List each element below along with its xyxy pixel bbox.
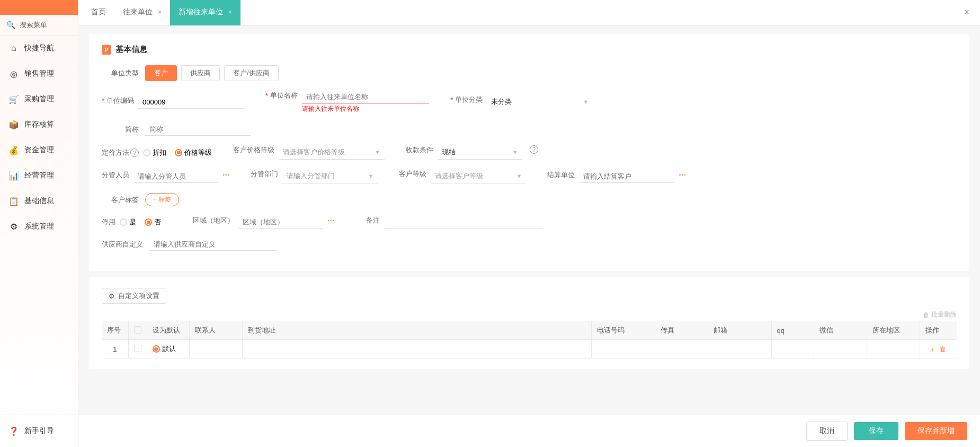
- unit-type-group: 客户 供应商 客户/供应商: [145, 65, 279, 81]
- col-contact: 联系人: [189, 321, 242, 340]
- region-ellipsis[interactable]: ···: [327, 216, 334, 225]
- pricing-radio-group: 折扣 价格等级: [143, 148, 212, 157]
- cell-phone[interactable]: [591, 340, 655, 358]
- system-icon: ⚙: [8, 221, 19, 232]
- remark-input[interactable]: [384, 216, 543, 229]
- cell-contact[interactable]: [189, 340, 242, 358]
- manager-input[interactable]: [133, 170, 218, 183]
- department-select[interactable]: 请输入分管部门 ▼: [282, 169, 378, 183]
- gear-icon: ⚙: [109, 292, 115, 300]
- sidebar-item-sales[interactable]: ◎ 销售管理: [0, 61, 78, 86]
- col-qq: qq: [771, 321, 814, 340]
- tab-new-partner[interactable]: 新增往来单位 ×: [170, 0, 240, 25]
- region-input[interactable]: [238, 216, 323, 229]
- payment-select[interactable]: 现结 ▼: [438, 145, 522, 160]
- manager-ellipsis[interactable]: ···: [222, 170, 229, 180]
- row-add-btn[interactable]: +: [930, 345, 934, 353]
- customize-btn[interactable]: ⚙ 自定义项设置: [102, 288, 166, 304]
- disabled-no[interactable]: 否: [145, 217, 161, 227]
- disabled-no-label: 否: [154, 217, 161, 227]
- cell-wechat[interactable]: [814, 340, 867, 358]
- chevron-down-icon3: ▼: [512, 149, 518, 155]
- customize-btn-label: 自定义项设置: [118, 291, 159, 301]
- settlement-ellipsis[interactable]: ···: [679, 170, 685, 180]
- radio-no-circle: [145, 218, 152, 226]
- settlement-field: 结算单位 ···: [547, 170, 685, 183]
- batch-delete-area: 🗑 批量删除: [102, 310, 957, 319]
- unit-category-select[interactable]: 未分类 ▼: [487, 95, 593, 109]
- tab-home[interactable]: 首页: [83, 0, 114, 25]
- payment-help-icon[interactable]: ?: [530, 145, 538, 154]
- disabled-yes[interactable]: 是: [120, 217, 136, 227]
- table-header-checkbox[interactable]: [134, 326, 141, 334]
- default-radio[interactable]: 默认: [153, 344, 184, 354]
- sidebar-item-finance[interactable]: 💰 资金管理: [0, 137, 78, 163]
- window-close-button[interactable]: ×: [957, 7, 976, 18]
- tab-new-partner-close[interactable]: ×: [228, 8, 232, 16]
- unit-category-field: * 单位分类 未分类 ▼: [450, 95, 593, 109]
- search-icon: 🔍: [6, 21, 15, 29]
- pricing-label: 定价方法 ?: [102, 148, 139, 157]
- pricing-discount[interactable]: 折扣: [143, 148, 166, 157]
- customer-level-select[interactable]: 请选择客户等级 ▼: [431, 169, 526, 183]
- customer-price-select[interactable]: 请选择客户价格等级 ▼: [279, 145, 385, 160]
- col-wechat: 微信: [814, 321, 867, 340]
- sidebar-item-newbie[interactable]: ❓ 新手引导: [0, 420, 78, 442]
- cell-fax[interactable]: [655, 340, 708, 358]
- unit-btn-both[interactable]: 客户/供应商: [224, 65, 279, 81]
- unit-code-input[interactable]: [138, 96, 244, 109]
- unit-name-input[interactable]: [302, 91, 429, 103]
- sidebar-search[interactable]: 🔍 搜索菜单: [0, 15, 78, 36]
- save-new-button[interactable]: 保存并新增: [905, 422, 967, 440]
- disabled-label: 停用: [102, 217, 115, 227]
- sidebar-item-operations[interactable]: 📊 经营管理: [0, 163, 78, 188]
- batch-delete-label[interactable]: 批量删除: [931, 310, 957, 319]
- sidebar-item-purchase[interactable]: 🛒 采购管理: [0, 86, 78, 112]
- sidebar-bottom: ❓ 新手引导: [0, 415, 78, 447]
- unit-btn-supplier[interactable]: 供应商: [181, 65, 220, 81]
- pricing-help-icon[interactable]: ?: [130, 148, 139, 157]
- pricing-discount-label: 折扣: [153, 148, 166, 157]
- customer-price-field: 客户价格等级 请选择客户价格等级 ▼: [233, 145, 385, 160]
- sidebar-item-inventory[interactable]: 📦 库存核算: [0, 112, 78, 137]
- customer-price-label: 客户价格等级: [233, 145, 274, 155]
- cell-area[interactable]: [867, 340, 920, 358]
- tab-home-label: 首页: [91, 7, 106, 17]
- supplier-custom-label: 供应商自定义: [102, 240, 143, 249]
- pricing-row: 定价方法 ? 折扣 价格等级 客户: [102, 145, 957, 160]
- col-fax: 传真: [655, 321, 708, 340]
- row-checkbox[interactable]: [134, 345, 141, 352]
- save-button[interactable]: 保存: [854, 422, 898, 440]
- settlement-input[interactable]: [579, 170, 674, 183]
- manager-row: 分管人员 ··· 分管部门 请输入分管部门 ▼ 客户等级 请选择客户等级 ▼: [102, 169, 957, 183]
- add-tag-button[interactable]: + 标签: [145, 193, 179, 206]
- col-seq: 序号: [102, 321, 128, 340]
- cell-address[interactable]: [242, 340, 591, 358]
- unit-btn-customer[interactable]: 客户: [145, 65, 177, 81]
- unit-category-label: * 单位分类: [450, 95, 483, 104]
- sidebar-item-quick-nav[interactable]: ⌂ 快捷导航: [0, 36, 78, 61]
- customer-level-field: 客户等级 请选择客户等级 ▼: [399, 169, 526, 183]
- pricing-price-level[interactable]: 价格等级: [175, 148, 212, 157]
- cell-qq[interactable]: [771, 340, 814, 358]
- region-field: 区域（地区） ···: [193, 216, 334, 229]
- payment-field: 收款条件 现结 ▼ ?: [406, 145, 538, 160]
- table-section: ⚙ 自定义项设置 🗑 批量删除 序号 设为默认 联系人 到货地址: [89, 277, 969, 369]
- cell-default: 默认: [147, 340, 189, 358]
- operations-icon: 📊: [8, 170, 19, 181]
- sidebar-item-label: 快捷导航: [24, 43, 54, 53]
- supplier-custom-input[interactable]: [149, 238, 277, 251]
- delete-icon: 🗑: [923, 311, 929, 319]
- sidebar-top-bar: [0, 0, 78, 15]
- row-delete-btn[interactable]: 🗑: [939, 345, 946, 353]
- cancel-button[interactable]: 取消: [806, 422, 848, 441]
- tab-partner[interactable]: 往来单位 ×: [114, 0, 170, 25]
- sidebar-item-basics[interactable]: 📋 基础信息: [0, 188, 78, 214]
- sidebar-item-system[interactable]: ⚙ 系统管理: [0, 214, 78, 239]
- abbr-input[interactable]: [145, 123, 251, 136]
- tab-partner-close[interactable]: ×: [158, 8, 162, 16]
- basics-icon: 📋: [8, 196, 19, 206]
- inventory-icon: 📦: [8, 119, 19, 130]
- default-label: 默认: [162, 344, 176, 354]
- cell-email[interactable]: [708, 340, 771, 358]
